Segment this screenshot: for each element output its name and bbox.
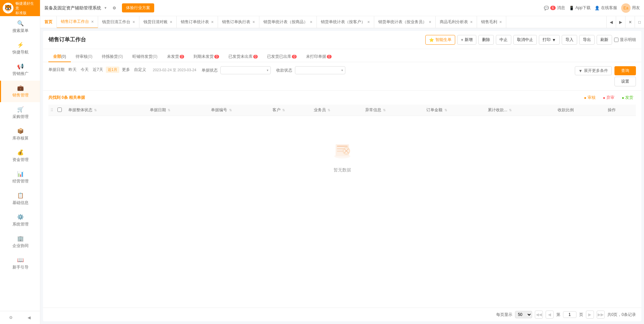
payment-select[interactable] (295, 66, 345, 74)
sidebar-item-purchase[interactable]: 🛒 采购管理 (0, 102, 40, 124)
sub-tab-shipped-not-in[interactable]: 已发货未出库0 (224, 52, 263, 62)
tab-expand-btn[interactable]: □ (635, 16, 644, 28)
first-page-btn[interactable]: ◀◀ (535, 311, 543, 319)
page-size-select[interactable]: 50 10 20 100 (515, 311, 532, 318)
sort-icon[interactable]: ⇅ (328, 108, 330, 112)
smart-gen-btn[interactable]: ⭐ 智能生单 (425, 35, 455, 45)
sub-tab-shipped-out[interactable]: 已发货已出库0 (262, 52, 301, 62)
show-detail-input[interactable] (614, 38, 618, 42)
message-btn[interactable]: 💬 6 消息 (544, 5, 565, 11)
sidebar-collapse-btn[interactable]: ◀ (21, 314, 38, 321)
sub-tab-not-printed[interactable]: 未打印单据0 (301, 52, 336, 62)
refresh-btn[interactable]: 刷新 (597, 35, 612, 45)
tab-close-btn[interactable]: ✕ (310, 20, 312, 24)
sidebar-item-sales[interactable]: 💼 销售管理 (0, 81, 40, 102)
tab-close-btn[interactable]: ✕ (429, 20, 431, 24)
sub-tab-not-shipped[interactable]: 未发货0 (162, 52, 189, 62)
user-menu-btn[interactable]: Ea 用友 (621, 3, 640, 13)
sort-icon[interactable]: ⇅ (229, 108, 232, 112)
message-badge: 6 (550, 6, 556, 10)
export-btn[interactable]: 导出 (579, 35, 595, 45)
sidebar-item-inventory[interactable]: 📦 库存核算 (0, 124, 40, 145)
sidebar-item-guide[interactable]: 📖 新手引导 (0, 253, 40, 274)
page-input[interactable] (563, 311, 576, 318)
tab-cash-reconcile[interactable]: 钱货日清对账 ✕ (139, 16, 177, 28)
sidebar-item-search-menu[interactable]: 🔍 搜索菜单 (0, 16, 40, 38)
sort-icon[interactable]: ⇅ (94, 108, 97, 112)
date-more[interactable]: 更多 (121, 66, 131, 73)
tab-close-all-btn[interactable]: ✕ (625, 16, 635, 28)
sidebar-logo: 🐯 畅捷通好生意 标准版 (0, 0, 40, 16)
tab-next-btn[interactable]: ▶ (616, 16, 625, 28)
import-btn[interactable]: 导入 (562, 35, 577, 45)
cancel-abort-btn[interactable]: 取消中止 (513, 35, 537, 45)
last-page-btn[interactable]: ▶▶ (597, 311, 605, 319)
filter-settings-btn[interactable]: 设置 (614, 77, 636, 86)
query-btn[interactable]: 查询 (614, 66, 636, 75)
sub-tab-expired-not-shipped[interactable]: 到期未发货0 (189, 52, 224, 62)
tab-sales-summary-product[interactable]: 销货单统计表（按商品） ✕ (259, 16, 317, 28)
tab-cash-daily[interactable]: 钱货日清工作台 ✕ (98, 16, 139, 28)
cancel-icon: ● (603, 95, 605, 100)
cancel-audit-btn[interactable]: ● 弃审 (600, 93, 617, 102)
sidebar-item-basic-info[interactable]: 📋 基础信息 (0, 188, 40, 210)
online-service-btn[interactable]: 👤 在线客服 (595, 5, 617, 11)
sidebar-item-finance[interactable]: 💰 资金管理 (0, 145, 40, 167)
sidebar-item-operations[interactable]: 📊 经营管理 (0, 167, 40, 188)
sort-icon[interactable]: ⇅ (282, 108, 285, 112)
total-info: 共0页，0条记录 (607, 312, 636, 318)
app-download-btn[interactable]: 📱 App下载 (569, 5, 591, 11)
select-all-checkbox[interactable] (57, 108, 62, 112)
audit-btn[interactable]: ● 审核 (581, 93, 598, 102)
date-last1month[interactable]: 近1月 (106, 67, 119, 73)
tab-close-btn[interactable]: ✕ (499, 20, 502, 24)
tab-close-btn[interactable]: ✕ (170, 20, 172, 24)
abort-btn[interactable]: 中止 (496, 35, 511, 45)
expand-conditions-btn[interactable]: ▼ 展开更多条件 (575, 66, 612, 75)
tab-sales-profit[interactable]: 销售毛利 ✕ (477, 16, 506, 28)
tab-sales-stats[interactable]: 销售订单统计表 ✕ (177, 16, 218, 28)
sub-tab-all[interactable]: 全部(0) (48, 52, 71, 62)
tab-close-btn[interactable]: ✕ (91, 20, 94, 24)
show-detail-checkbox[interactable]: 显示明细 (614, 37, 636, 43)
sub-tab-pending-audit[interactable]: 待审核(0) (71, 52, 97, 62)
tab-close-btn[interactable]: ✕ (470, 20, 473, 24)
solution-btn[interactable]: 体验行业方案 (122, 3, 154, 12)
sub-tab-wangpu[interactable]: 旺铺待发货(0) (128, 52, 162, 62)
header-settings-btn[interactable]: ⚙ (110, 3, 119, 13)
tab-sales-exec[interactable]: 销售订单执行表 ✕ (218, 16, 259, 28)
ship-btn[interactable]: ● 发货 (619, 93, 636, 102)
tab-sales-workbench[interactable]: 销售订单工作台 ✕ (57, 16, 98, 28)
tab-label: 销售毛利 (481, 19, 497, 25)
sidebar-item-enterprise[interactable]: 🏢 企业协同 (0, 231, 40, 253)
tab-sales-summary-staff[interactable]: 销货单统计表（按业务员） ✕ (374, 16, 436, 28)
sort-icon[interactable]: ⇅ (444, 108, 447, 112)
date-last7[interactable]: 近7天 (91, 66, 104, 73)
sort-icon[interactable]: ⇅ (383, 108, 386, 112)
tab-prev-btn[interactable]: ◀ (606, 16, 616, 28)
next-page-btn[interactable]: ▶ (586, 311, 594, 319)
tab-close-btn[interactable]: ✕ (252, 20, 255, 24)
date-custom[interactable]: 自定义 (133, 66, 147, 73)
sub-tab-pending-check[interactable]: 待拣验货(0) (97, 52, 128, 62)
new-btn[interactable]: + 新增 (457, 35, 476, 45)
delete-btn[interactable]: 删除 (478, 35, 494, 45)
print-btn[interactable]: 打印 ▼ (539, 35, 560, 45)
date-today[interactable]: 今天 (79, 66, 90, 73)
tab-product-margin[interactable]: 商品毛利分析表 ✕ (436, 16, 477, 28)
tab-close-btn[interactable]: ✕ (367, 20, 370, 24)
sidebar-item-quick-nav[interactable]: ⚡ 快捷导航 (0, 38, 40, 59)
tab-close-btn[interactable]: ✕ (211, 20, 214, 24)
sidebar-item-marketing[interactable]: 📢 营销推广 (0, 59, 40, 81)
prev-page-btn[interactable]: ◀ (546, 311, 554, 319)
sidebar-settings-btn[interactable]: ⚙ (3, 314, 19, 321)
tab-home[interactable]: 首页 (40, 16, 57, 28)
tab-close-btn[interactable]: ✕ (132, 20, 135, 24)
tab-sales-summary-customer[interactable]: 销货单统计表（按客户） ✕ (317, 16, 374, 28)
status-select[interactable] (220, 66, 271, 74)
sort-icon[interactable]: ⇅ (509, 108, 512, 112)
drag-col-header: ⠿ (48, 105, 55, 116)
sidebar-item-system[interactable]: ⚙️ 系统管理 (0, 210, 40, 231)
date-yesterday[interactable]: 昨天 (67, 66, 78, 73)
sort-icon[interactable]: ⇅ (168, 108, 170, 112)
